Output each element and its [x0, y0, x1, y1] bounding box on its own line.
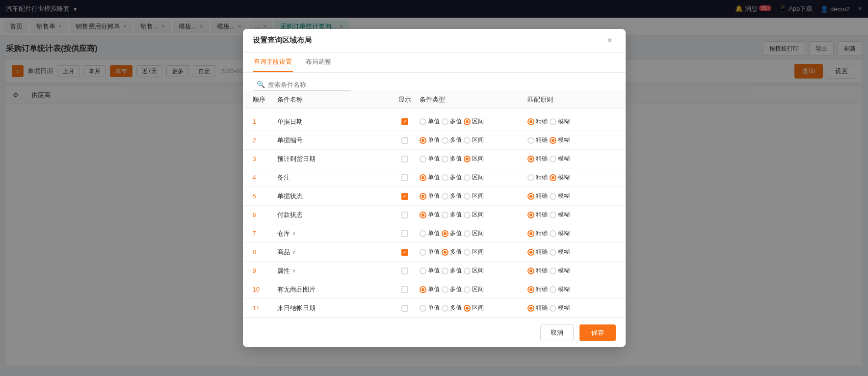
row-2-type-single[interactable]: 单值 [420, 155, 440, 163]
row-7-type-single[interactable]: 单值 [420, 248, 440, 256]
row-5-type-range-radio[interactable] [464, 212, 471, 218]
row-10-checkbox[interactable] [401, 305, 408, 312]
row-7-checkbox[interactable]: ✓ [401, 249, 408, 256]
row-4-type-multi-radio[interactable] [442, 193, 448, 200]
row-10-match-fuzzy-radio[interactable] [550, 305, 556, 312]
row-0-match-exact[interactable]: 精确 [527, 117, 548, 126]
row-7-show-checkbox[interactable]: ✓ [390, 249, 420, 256]
row-0-show-checkbox[interactable]: ✓ [390, 118, 420, 125]
row-7-match-exact[interactable]: 精确 [527, 248, 548, 256]
row-7-type-range-radio[interactable] [464, 249, 471, 256]
row-5-type-single[interactable]: 单值 [420, 211, 440, 219]
row-9-show-checkbox[interactable] [390, 286, 420, 293]
row-4-match-fuzzy-radio[interactable] [550, 193, 556, 200]
row-3-type-range[interactable]: 区间 [464, 173, 484, 182]
row-1-type-range-radio[interactable] [464, 137, 471, 144]
row-7-expand-icon[interactable]: ∨ [292, 249, 296, 255]
row-7-type-range[interactable]: 区间 [464, 248, 484, 256]
row-0-type-single[interactable]: 单值 [420, 117, 440, 126]
row-9-match-exact-radio[interactable] [527, 286, 534, 293]
row-1-checkbox[interactable] [401, 137, 408, 144]
row-2-type-single-radio[interactable] [420, 156, 426, 162]
modal-tab-layout[interactable]: 布局调整 [305, 53, 332, 72]
row-0-match-fuzzy[interactable]: 模糊 [550, 117, 570, 126]
row-6-type-range[interactable]: 区间 [464, 229, 484, 238]
row-5-type-single-radio[interactable] [420, 212, 426, 218]
row-9-match-fuzzy-radio[interactable] [550, 286, 556, 293]
row-1-match-exact-radio[interactable] [527, 137, 534, 144]
row-8-type-multi[interactable]: 多值 [442, 267, 462, 275]
row-10-match-exact-radio[interactable] [527, 305, 534, 312]
row-7-type-multi-radio[interactable] [442, 249, 448, 256]
row-2-type-multi-radio[interactable] [442, 156, 448, 162]
row-2-type-range-radio[interactable] [464, 156, 471, 162]
modal-close-button[interactable]: × [604, 35, 616, 47]
row-8-match-exact-radio[interactable] [527, 268, 534, 274]
row-0-type-multi[interactable]: 多值 [442, 117, 462, 126]
row-10-type-single[interactable]: 单值 [420, 304, 440, 312]
row-5-match-exact[interactable]: 精确 [527, 211, 548, 219]
row-0-match-exact-radio[interactable] [527, 118, 534, 125]
row-4-match-exact-radio[interactable] [527, 193, 534, 200]
row-1-show-checkbox[interactable] [390, 137, 420, 144]
row-2-type-multi[interactable]: 多值 [442, 155, 462, 163]
row-7-match-fuzzy-radio[interactable] [550, 249, 556, 256]
row-1-type-multi[interactable]: 多值 [442, 136, 462, 144]
row-10-type-single-radio[interactable] [420, 305, 426, 312]
row-10-type-multi[interactable]: 多值 [442, 304, 462, 312]
row-5-type-multi-radio[interactable] [442, 212, 448, 218]
row-8-type-range[interactable]: 区间 [464, 267, 484, 275]
row-0-checkbox[interactable]: ✓ [401, 118, 408, 125]
row-5-show-checkbox[interactable] [390, 212, 420, 218]
row-4-match-fuzzy[interactable]: 模糊 [550, 192, 570, 200]
row-4-type-range[interactable]: 区间 [464, 192, 484, 200]
row-1-type-range[interactable]: 区间 [464, 136, 484, 144]
row-10-match-exact[interactable]: 精确 [527, 304, 548, 312]
row-8-match-fuzzy[interactable]: 模糊 [550, 267, 570, 275]
row-3-type-single[interactable]: 单值 [420, 173, 440, 182]
row-7-match-fuzzy[interactable]: 模糊 [550, 248, 570, 256]
row-2-match-fuzzy[interactable]: 模糊 [550, 155, 570, 163]
row-3-type-multi-radio[interactable] [442, 174, 448, 181]
row-9-match-fuzzy[interactable]: 模糊 [550, 285, 570, 294]
row-4-type-single-radio[interactable] [420, 193, 426, 200]
row-7-match-exact-radio[interactable] [527, 249, 534, 256]
search-input[interactable] [268, 81, 346, 88]
row-2-match-exact[interactable]: 精确 [527, 155, 548, 163]
row-7-type-multi[interactable]: 多值 [442, 248, 462, 256]
row-5-type-multi[interactable]: 多值 [442, 211, 462, 219]
row-3-match-exact[interactable]: 精确 [527, 173, 548, 182]
row-8-show-checkbox[interactable] [390, 268, 420, 274]
row-6-checkbox[interactable] [401, 230, 408, 237]
row-6-show-checkbox[interactable] [390, 230, 420, 237]
row-2-match-fuzzy-radio[interactable] [550, 156, 556, 162]
row-4-type-range-radio[interactable] [464, 193, 471, 200]
row-5-match-fuzzy[interactable]: 模糊 [550, 211, 570, 219]
row-9-type-single[interactable]: 单值 [420, 285, 440, 294]
row-3-match-fuzzy[interactable]: 模糊 [550, 173, 570, 182]
row-0-type-range[interactable]: 区间 [464, 117, 484, 126]
row-5-match-exact-radio[interactable] [527, 212, 534, 218]
row-1-match-fuzzy[interactable]: 模糊 [550, 136, 570, 144]
row-8-type-range-radio[interactable] [464, 268, 471, 274]
row-4-type-single[interactable]: 单值 [420, 192, 440, 200]
row-8-expand-icon[interactable]: ∨ [292, 268, 296, 274]
row-8-match-fuzzy-radio[interactable] [550, 268, 556, 274]
row-4-match-exact[interactable]: 精确 [527, 192, 548, 200]
row-9-type-range[interactable]: 区间 [464, 285, 484, 294]
row-1-match-exact[interactable]: 精确 [527, 136, 548, 144]
row-6-type-range-radio[interactable] [464, 230, 471, 237]
row-0-match-fuzzy-radio[interactable] [550, 118, 556, 125]
row-3-type-multi[interactable]: 多值 [442, 173, 462, 182]
row-2-type-range[interactable]: 区间 [464, 155, 484, 163]
row-2-checkbox[interactable] [401, 156, 408, 162]
row-3-match-exact-radio[interactable] [527, 174, 534, 181]
row-6-type-single-radio[interactable] [420, 230, 426, 237]
row-0-type-range-radio[interactable] [464, 118, 471, 125]
row-2-match-exact-radio[interactable] [527, 156, 534, 162]
row-8-match-exact[interactable]: 精确 [527, 267, 548, 275]
row-6-match-exact[interactable]: 精确 [527, 229, 548, 238]
row-4-type-multi[interactable]: 多值 [442, 192, 462, 200]
row-10-show-checkbox[interactable] [390, 305, 420, 312]
row-10-type-range[interactable]: 区间 [464, 304, 484, 312]
